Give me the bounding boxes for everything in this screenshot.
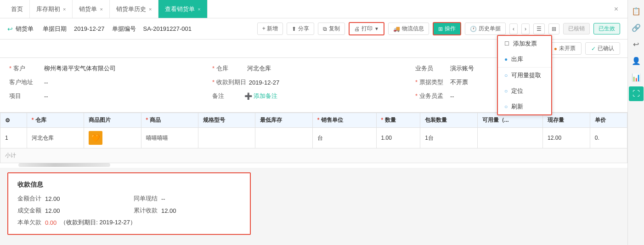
outbound-item[interactable]: ● 出库: [498, 51, 551, 67]
warehouse-value: 河北仓库: [247, 64, 271, 73]
payment-date-value: 2019-12-27: [249, 79, 280, 86]
locate-icon: ○: [504, 88, 508, 94]
col-settings[interactable]: ⚙: [0, 113, 27, 128]
tab-inventory-init-label: 库存期初: [36, 5, 60, 13]
customer-label: 客户: [9, 64, 41, 73]
available-qty-item[interactable]: ○ 可用量提取: [498, 68, 551, 83]
total-amount-row: 金额合计 12.00: [17, 194, 124, 203]
doc-date-label: 单据日期: [43, 25, 67, 33]
new-button[interactable]: + 新增: [257, 23, 283, 35]
project-value: --: [44, 93, 48, 100]
tab-sales-history-label: 销货单历史: [116, 5, 146, 13]
col-product: 商品: [141, 113, 198, 128]
history-button-label: 历史单据: [479, 25, 501, 33]
balance-note: （收款到期日: 2019-12-27）: [60, 218, 136, 227]
tab-view-sales-close[interactable]: ×: [198, 6, 200, 12]
sidebar-icon-5[interactable]: 📊: [629, 70, 644, 85]
sidebar-icon-4[interactable]: 👤: [629, 53, 644, 68]
col-pack-qty: 包装数量: [420, 113, 477, 128]
col-min-stock: 最低库存: [255, 113, 312, 128]
balance-row: 本单欠款 0.00 （收款到期日: 2019-12-27）: [17, 218, 241, 227]
outbound-icon: ●: [504, 56, 508, 63]
tab-sales-history-close[interactable]: ×: [149, 6, 152, 12]
tab-view-sales[interactable]: 查看销货单 ×: [158, 0, 207, 18]
tab-inventory-init[interactable]: 库存期初 ×: [30, 0, 73, 18]
same-order-settlement-label: 同单现结: [134, 194, 158, 203]
col-warehouse: 仓库: [27, 113, 84, 128]
products-table: ⚙ 仓库 商品图片 商品 规格型号 最低库存 销售单位 数量 包装数量 可用量（…: [0, 113, 627, 163]
row-unit: 台: [312, 128, 376, 148]
not-opened-label: 未开票: [559, 45, 576, 52]
effective-badge[interactable]: 已生效: [593, 23, 620, 34]
print-icon: 🖨: [354, 26, 360, 32]
available-qty-label: 可用量提取: [511, 71, 541, 80]
doc-type-label: 销货单: [16, 25, 34, 33]
address-value: --: [44, 79, 48, 86]
available-qty-icon: ○: [504, 72, 508, 79]
doc-number-value: SA-20191227-001: [143, 25, 192, 32]
not-opened-button[interactable]: ● 未开票: [548, 42, 582, 55]
share-button-label: 分享: [298, 25, 309, 33]
transaction-amount-label: 成交金额: [17, 206, 41, 215]
locate-item[interactable]: ○ 定位: [498, 83, 551, 99]
doc-date-value: 2019-12-27: [74, 25, 105, 32]
print-button[interactable]: 🖨 打印 ▼: [349, 22, 384, 35]
grid-view-button[interactable]: ⊞: [548, 23, 559, 34]
add-invoice-item[interactable]: ☐ 添加发票: [498, 36, 551, 51]
cumulative-payment-value: 12.00: [161, 207, 176, 214]
cancelled-badge[interactable]: 已核销: [563, 23, 590, 34]
cumulative-payment-label: 累计收款: [134, 206, 158, 215]
doc-type-icon: ↩: [7, 25, 13, 33]
tab-sales-order-close[interactable]: ×: [100, 6, 102, 12]
tab-sales-history[interactable]: 销货单历史 ×: [110, 0, 158, 18]
refresh-item[interactable]: ○ 刷新: [498, 99, 551, 114]
tab-view-sales-label: 查看销货单: [165, 5, 195, 13]
row-warehouse: 河北仓库: [27, 128, 84, 148]
note-label: 备注: [212, 92, 244, 100]
refresh-icon: ○: [504, 103, 508, 110]
history-icon: 🕐: [470, 26, 477, 32]
locate-label: 定位: [511, 87, 523, 95]
share-button[interactable]: ⬆ 分享: [287, 23, 314, 35]
payment-section: 收款信息 金额合计 12.00 同单现结 -- 成交金额 12.00 累计收款 …: [7, 172, 251, 235]
list-view-button[interactable]: ☰: [533, 23, 545, 34]
customer-value: 柳州粤港平安气体有限公司: [44, 64, 116, 73]
print-dropdown-icon: ▼: [374, 26, 379, 31]
ticket-type-value: 不开票: [450, 78, 468, 86]
window-close-button[interactable]: ×: [610, 5, 623, 13]
outbound-label: 出库: [511, 55, 523, 63]
tab-inventory-init-close[interactable]: ×: [63, 6, 66, 12]
history-button[interactable]: 🕐 历史单据: [465, 23, 506, 35]
doc-title: ↩ 销货单: [7, 25, 34, 33]
copy-button[interactable]: ⧉ 复制: [318, 23, 345, 35]
sales-employee-label: 业务员孟: [415, 92, 447, 100]
customer-field: 客户 柳州粤港平安气体有限公司: [9, 64, 212, 73]
row-qty: 1.00: [376, 128, 420, 148]
tab-bar: 首页 库存期初 × 销货单 × 销货单历史 × 查看销货单 × ×: [0, 0, 627, 18]
add-note-button[interactable]: ➕ 添加备注: [244, 92, 277, 100]
sidebar-icon-6[interactable]: ⛶: [629, 86, 644, 101]
gear-icon: ⚙: [5, 117, 10, 124]
tab-home[interactable]: 首页: [5, 0, 30, 18]
prev-button[interactable]: ‹: [509, 23, 518, 34]
horizontal-scrollbar[interactable]: [18, 163, 110, 167]
operate-button[interactable]: ⊞ 操作: [433, 22, 461, 35]
tab-sales-order[interactable]: 销货单 ×: [73, 0, 109, 18]
sidebar-icon-1[interactable]: 📋: [629, 4, 644, 18]
address-label: 客户地址: [9, 78, 41, 86]
warehouse-field: 仓库 河北仓库: [212, 64, 415, 73]
col-unit-price: 单价: [590, 113, 627, 128]
sidebar-icon-2[interactable]: 🔗: [629, 20, 644, 35]
transaction-amount-value: 12.00: [45, 207, 60, 214]
add-note-label: 添加备注: [254, 92, 277, 100]
confirm-button[interactable]: ✓ 已确认: [585, 42, 620, 55]
row-current-stock: 12.00: [543, 128, 590, 148]
operate-icon: ⊞: [438, 26, 443, 32]
logistics-button[interactable]: 🚚 物流信息: [388, 23, 429, 35]
next-button[interactable]: ›: [521, 23, 530, 34]
add-invoice-label: 添加发票: [513, 40, 537, 48]
sidebar-icon-3[interactable]: ↩: [629, 37, 644, 51]
balance-value: 0.00: [45, 219, 56, 226]
cumulative-payment-row: 累计收款 12.00: [134, 206, 241, 215]
payment-date-label: 收款到期日: [212, 78, 246, 86]
